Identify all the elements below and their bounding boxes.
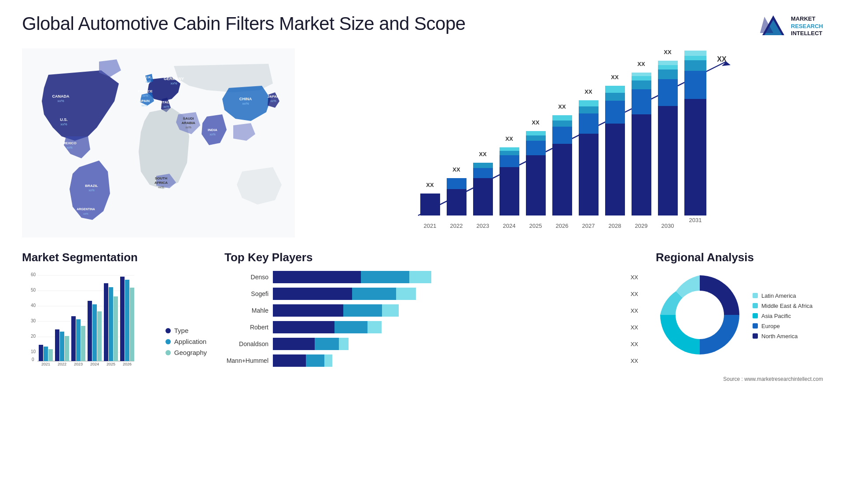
svg-text:2029: 2029 [635,223,648,229]
svg-rect-65 [552,115,572,121]
legend-europe: Europe [753,323,812,329]
logo: MARKET RESEARCH INTELLECT [760,13,823,40]
svg-rect-120 [60,332,64,361]
players-section: Top Key Players Denso XX Sogefi [224,251,638,369]
seg-chart-container: 60 50 40 30 20 10 0 [22,271,207,369]
latin-america-dot [753,293,758,298]
svg-text:2025: 2025 [529,223,542,229]
player-name-donaldson: Donaldson [224,340,268,347]
svg-rect-133 [114,296,118,361]
svg-text:2021: 2021 [41,362,50,366]
svg-text:xx%: xx% [158,186,164,189]
svg-text:2027: 2027 [582,223,595,229]
svg-text:XX: XX [426,182,434,188]
svg-text:XX: XX [479,151,487,157]
player-value-sogefi: XX [631,291,638,297]
svg-rect-117 [48,349,53,361]
svg-rect-98 [684,51,706,56]
player-row-sogefi: Sogefi XX [224,288,638,300]
legend-asia-pacific: Asia Pacific [753,313,812,319]
svg-rect-77 [605,86,625,93]
europe-dot [753,323,758,329]
svg-text:xx%: xx% [163,105,169,108]
svg-text:2028: 2028 [609,223,621,229]
svg-rect-125 [81,326,85,361]
north-america-dot [753,333,758,339]
svg-rect-127 [88,301,92,361]
player-row-robert: Robert XX [224,321,638,333]
svg-text:xx%: xx% [142,94,148,97]
map-svg: CANADA xx% U.S. xx% MEXICO xx% BRAZIL xx… [22,48,295,237]
donut-chart [656,271,744,361]
geography-label: Geography [174,349,207,356]
svg-text:2023: 2023 [74,362,83,366]
player-value-denso: XX [631,274,638,281]
bar-seg1 [273,321,334,333]
player-name-sogefi: Sogefi [224,290,268,297]
legend-north-america: North America [753,333,812,340]
bar-seg3 [367,321,382,333]
player-value-robert: XX [631,324,638,331]
svg-text:xx%: xx% [88,189,94,192]
svg-text:XX: XX [558,103,566,110]
svg-rect-137 [130,288,134,361]
bar-seg1 [273,338,315,350]
svg-text:60: 60 [31,272,36,277]
seg-legend: Type Application Geography [165,327,207,369]
bar-seg1 [273,288,352,300]
svg-text:XX: XX [505,135,513,142]
svg-text:2023: 2023 [477,223,489,229]
svg-text:ITALY: ITALY [162,100,171,104]
players-title: Top Key Players [224,251,638,264]
legend-type: Type [165,327,207,334]
svg-text:ARGENTINA: ARGENTINA [77,208,95,211]
svg-text:2022: 2022 [58,362,66,366]
legend-application: Application [165,338,207,345]
europe-label: Europe [761,323,780,329]
application-dot [165,339,171,344]
svg-text:XX: XX [584,88,592,95]
svg-text:BRAZIL: BRAZIL [85,184,98,188]
player-value-mannhummel: XX [631,358,638,364]
asia-pacific-dot [753,313,758,318]
middle-east-label: Middle East & Africa [761,303,812,309]
svg-text:xx%: xx% [57,99,64,103]
svg-text:XX: XX [637,61,645,67]
svg-rect-131 [104,283,108,361]
bar-seg2 [306,354,324,367]
svg-text:xx%: xx% [242,102,249,106]
svg-rect-53 [500,147,519,151]
svg-text:2026: 2026 [123,362,132,366]
svg-text:U.S.: U.S. [60,117,68,122]
svg-rect-119 [55,329,59,361]
svg-text:20: 20 [31,334,36,339]
north-america-label: North America [761,333,797,340]
player-name-mannhummel: Mann+Hummel [224,357,268,364]
geography-dot [165,350,171,355]
player-value-mahle: XX [631,307,638,314]
svg-text:ARABIA: ARABIA [181,121,195,125]
player-name-mahle: Mahle [224,307,268,314]
svg-rect-116 [44,347,48,361]
svg-text:2024: 2024 [503,223,516,229]
svg-text:xx%: xx% [141,104,147,107]
regional-section: Regional Analysis [656,251,823,369]
svg-text:XX: XX [611,74,619,80]
svg-text:xx%: xx% [209,133,215,136]
svg-rect-129 [97,311,102,361]
regional-content: Latin America Middle East & Africa Asia … [656,271,823,361]
svg-text:U.K.: U.K. [145,75,152,79]
svg-rect-136 [125,280,129,361]
svg-text:2024: 2024 [90,362,99,366]
svg-text:SOUTH: SOUTH [155,176,167,180]
bar-seg3 [382,304,399,317]
svg-text:40: 40 [31,303,36,308]
svg-text:2030: 2030 [661,223,674,229]
player-row-mannhummel: Mann+Hummel XX [224,354,638,367]
svg-rect-128 [92,304,97,361]
player-bar-donaldson [273,338,624,350]
middle-east-dot [753,303,758,308]
svg-text:SPAIN: SPAIN [139,99,150,103]
bar-seg2 [334,321,367,333]
players-chart: Denso XX Sogefi XX Mah [224,271,638,367]
